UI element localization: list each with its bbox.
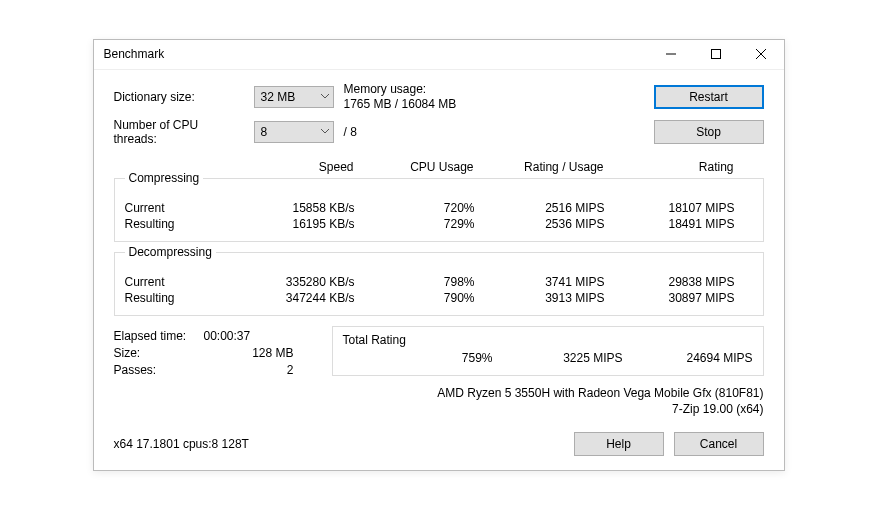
compress-resulting-speed: 16195 KB/s (245, 217, 355, 231)
decompress-current-ru: 3741 MIPS (485, 275, 605, 289)
compress-resulting-cpu: 729% (365, 217, 475, 231)
elapsed-label: Elapsed time: (114, 329, 204, 343)
compress-current-speed: 15858 KB/s (245, 201, 355, 215)
compress-resulting-rating: 18491 MIPS (615, 217, 735, 231)
results-header: Speed CPU Usage Rating / Usage Rating (124, 160, 754, 174)
dict-size-value: 32 MB (261, 90, 296, 104)
row-label: Resulting (125, 217, 235, 231)
dict-size-select[interactable]: 32 MB (254, 86, 334, 108)
restart-button[interactable]: Restart (654, 85, 764, 109)
footer: x64 17.1801 cpus:8 128T Help Cancel (114, 432, 764, 456)
total-rating-legend: Total Rating (343, 333, 753, 347)
svg-rect-1 (712, 50, 721, 59)
passes-label: Passes: (114, 363, 204, 377)
passes-value: 2 (204, 363, 294, 377)
decompress-resulting-rating: 30897 MIPS (615, 291, 735, 305)
decompress-current-row: Current 335280 KB/s 798% 3741 MIPS 29838… (125, 275, 753, 289)
cancel-button[interactable]: Cancel (674, 432, 764, 456)
chevron-down-icon (321, 94, 329, 99)
compress-current-row: Current 15858 KB/s 720% 2516 MIPS 18107 … (125, 201, 753, 215)
decompress-current-rating: 29838 MIPS (615, 275, 735, 289)
total-ru: 3225 MIPS (503, 351, 623, 365)
total-cpu: 759% (383, 351, 493, 365)
content-area: Dictionary size: 32 MB Memory usage: 176… (94, 70, 784, 470)
minimize-button[interactable] (649, 39, 694, 69)
decompressing-group: Decompressing Current 335280 KB/s 798% 3… (114, 252, 764, 316)
close-icon (756, 49, 766, 59)
benchmark-window: Benchmark Dictionary size: 32 MB Memory … (93, 39, 785, 471)
elapsed-value: 00:00:37 (204, 329, 294, 343)
decompress-resulting-ru: 3913 MIPS (485, 291, 605, 305)
maximize-icon (711, 49, 721, 59)
memory-usage-label: Memory usage: (344, 82, 644, 97)
size-label: Size: (114, 346, 204, 360)
threads-max: / 8 (344, 125, 644, 139)
threads-label: Number of CPU threads: (114, 118, 244, 146)
compress-resulting-ru: 2536 MIPS (485, 217, 605, 231)
decompress-resulting-cpu: 790% (365, 291, 475, 305)
titlebar: Benchmark (94, 40, 784, 70)
cpu-info: AMD Ryzen 5 3550H with Radeon Vega Mobil… (332, 386, 764, 400)
minimize-icon (666, 49, 676, 59)
stop-button[interactable]: Stop (654, 120, 764, 144)
app-info: 7-Zip 19.00 (x64) (332, 402, 764, 416)
compress-current-rating: 18107 MIPS (615, 201, 735, 215)
decompress-current-speed: 335280 KB/s (245, 275, 355, 289)
decompress-resulting-row: Resulting 347244 KB/s 790% 3913 MIPS 308… (125, 291, 753, 305)
row-label: Resulting (125, 291, 235, 305)
header-cpu: CPU Usage (364, 160, 474, 174)
close-button[interactable] (739, 39, 784, 69)
compress-current-ru: 2516 MIPS (485, 201, 605, 215)
compressing-legend: Compressing (125, 171, 204, 185)
decompress-resulting-speed: 347244 KB/s (245, 291, 355, 305)
help-button[interactable]: Help (574, 432, 664, 456)
total-rating-group: Total Rating 759% 3225 MIPS 24694 MIPS (332, 326, 764, 376)
stats-block: Elapsed time: 00:00:37 Size: 128 MB Pass… (114, 326, 314, 380)
decompressing-legend: Decompressing (125, 245, 216, 259)
row-label: Current (125, 201, 235, 215)
memory-usage-block: Memory usage: 1765 MB / 16084 MB (344, 82, 644, 112)
memory-usage-value: 1765 MB / 16084 MB (344, 97, 644, 112)
header-rating: Rating (614, 160, 734, 174)
threads-value: 8 (261, 125, 268, 139)
row-label: Current (125, 275, 235, 289)
footer-info: x64 17.1801 cpus:8 128T (114, 437, 574, 451)
compress-current-cpu: 720% (365, 201, 475, 215)
window-buttons (649, 39, 784, 69)
maximize-button[interactable] (694, 39, 739, 69)
compress-resulting-row: Resulting 16195 KB/s 729% 2536 MIPS 1849… (125, 217, 753, 231)
window-title: Benchmark (104, 47, 649, 61)
compressing-group: Compressing Current 15858 KB/s 720% 2516… (114, 178, 764, 242)
size-value: 128 MB (204, 346, 294, 360)
threads-select[interactable]: 8 (254, 121, 334, 143)
total-rating: 24694 MIPS (633, 351, 753, 365)
header-rating-usage: Rating / Usage (484, 160, 604, 174)
chevron-down-icon (321, 129, 329, 134)
header-speed: Speed (244, 160, 354, 174)
dict-size-label: Dictionary size: (114, 90, 244, 104)
decompress-current-cpu: 798% (365, 275, 475, 289)
